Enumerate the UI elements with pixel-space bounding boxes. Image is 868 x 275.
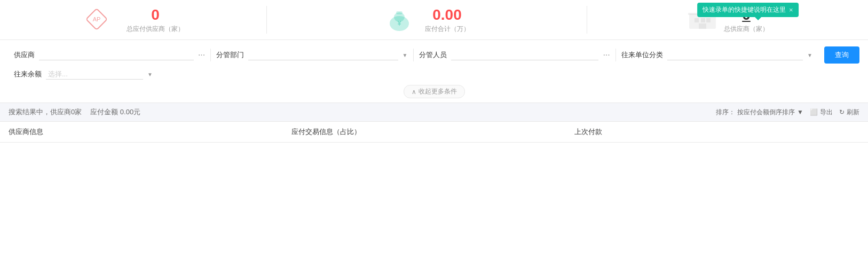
refresh-icon: ↻ bbox=[839, 108, 845, 116]
sort-control[interactable]: 排序： 按应付会额倒序排序 ▼ bbox=[716, 108, 803, 117]
balance-select[interactable]: 选择... bbox=[46, 69, 143, 80]
payable-total-label: 应付合计（万） bbox=[425, 25, 470, 34]
svg-rect-9 bbox=[706, 18, 711, 22]
supplier-label: 供应商 bbox=[14, 50, 35, 60]
category-label: 往来单位分类 bbox=[621, 50, 663, 60]
total-payable-suppliers-block: 0 总应付供应商（家） bbox=[127, 6, 184, 34]
collapse-chevron-icon: ∧ bbox=[412, 88, 416, 96]
money-bag-icon: ¥ bbox=[385, 4, 414, 35]
category-dropdown-icon[interactable]: ▼ bbox=[807, 52, 812, 58]
filter-section: 供应商 ··· 分管部门 ▼ 分管人员 ··· 往来单位分类 ▼ 查询 bbox=[0, 40, 868, 103]
department-input[interactable] bbox=[248, 50, 398, 60]
table-header: 供应商信息 应付交易信息（占比） 上次付款 bbox=[0, 122, 868, 143]
manager-dots-btn[interactable]: ··· bbox=[603, 51, 610, 59]
refresh-button[interactable]: ↻ 刷新 bbox=[839, 108, 859, 117]
total-payable-suppliers-label: 总应付供应商（家） bbox=[127, 25, 184, 34]
department-dropdown-icon[interactable]: ▼ bbox=[403, 52, 408, 58]
svg-rect-10 bbox=[699, 23, 706, 29]
manager-label: 分管人员 bbox=[419, 50, 447, 60]
department-filter: 分管部门 ▼ bbox=[211, 50, 413, 60]
export-label: 导出 bbox=[820, 108, 833, 117]
col-last-pay-header: 上次付款 bbox=[574, 127, 859, 137]
svg-text:¥: ¥ bbox=[397, 20, 401, 27]
sort-chevron-icon: ▼ bbox=[797, 108, 803, 116]
manager-input[interactable] bbox=[451, 50, 599, 60]
logo-diamond: AP bbox=[83, 5, 111, 35]
payable-total-num: 0.00 bbox=[432, 6, 462, 24]
col-trade-info-header: 应付交易信息（占比） bbox=[291, 127, 574, 137]
balance-dropdown-icon[interactable]: ▼ bbox=[147, 72, 153, 77]
total-payable-suppliers-num: 0 bbox=[151, 6, 160, 24]
tooltip-bubble: 快速录单的快捷键说明在这里 × bbox=[697, 3, 799, 17]
supplier-dots-btn[interactable]: ··· bbox=[198, 51, 205, 59]
col-vendor-info-header: 供应商信息 bbox=[9, 127, 291, 137]
table-body bbox=[0, 143, 868, 275]
tooltip-close-btn[interactable]: × bbox=[789, 6, 793, 14]
amount-label: 应付金额 0.00元 bbox=[90, 107, 140, 117]
svg-text:AP: AP bbox=[93, 16, 101, 22]
export-icon: ⬜ bbox=[810, 108, 818, 116]
total-suppliers-label: 总供应商（家） bbox=[724, 25, 769, 34]
supplier-filter: 供应商 ··· bbox=[9, 50, 210, 60]
collapse-label: 收起更多条件 bbox=[419, 87, 457, 96]
results-bar: 搜索结果中，供应商0家 应付金额 0.00元 排序： 按应付会额倒序排序 ▼ ⬜… bbox=[0, 103, 868, 122]
sort-value: 按应付会额倒序排序 bbox=[737, 108, 795, 117]
export-button[interactable]: ⬜ 导出 bbox=[810, 108, 833, 117]
svg-rect-4 bbox=[396, 11, 403, 14]
sort-prefix: 排序： bbox=[716, 108, 735, 117]
collapse-bar: ∧ 收起更多条件 bbox=[9, 82, 859, 103]
balance-filter: 往来余额 选择... ▼ bbox=[9, 69, 158, 80]
collapse-button[interactable]: ∧ 收起更多条件 bbox=[404, 85, 465, 98]
refresh-label: 刷新 bbox=[847, 108, 859, 117]
search-button[interactable]: 查询 bbox=[824, 46, 859, 64]
svg-rect-7 bbox=[695, 18, 699, 22]
manager-filter: 分管人员 ··· bbox=[414, 50, 616, 60]
svg-rect-8 bbox=[701, 18, 705, 22]
search-result-count: 搜索结果中，供应商0家 bbox=[9, 107, 82, 117]
supplier-input[interactable] bbox=[39, 50, 194, 60]
category-filter: 往来单位分类 ▼ bbox=[616, 50, 818, 60]
tooltip-text: 快速录单的快捷键说明在这里 bbox=[703, 5, 786, 14]
balance-label: 往来余额 bbox=[14, 69, 42, 79]
category-input[interactable] bbox=[667, 50, 803, 60]
payable-total-block: 0.00 应付合计（万） bbox=[425, 6, 470, 34]
department-label: 分管部门 bbox=[216, 50, 244, 60]
